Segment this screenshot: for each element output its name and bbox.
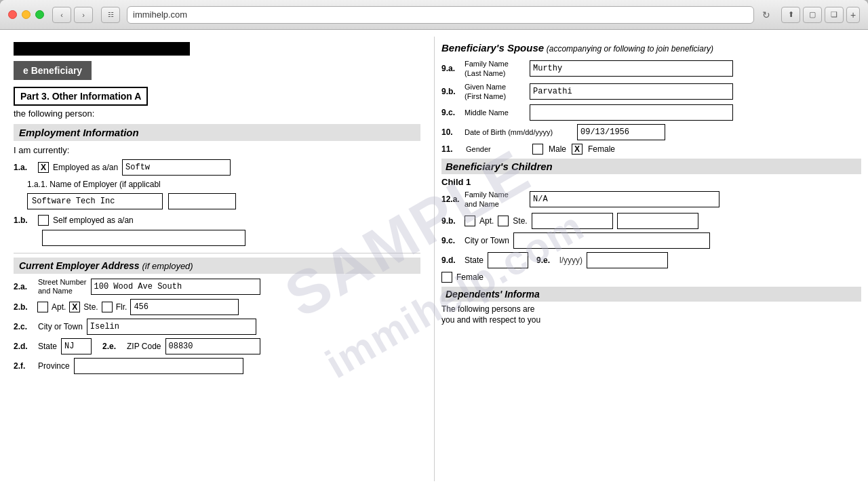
self-employed-input[interactable] [42, 230, 245, 246]
state-zip-row: 2.d. State 2.e. ZIP Code [14, 338, 420, 354]
title-bar: ‹ › ☷ immihelp.com ↻ ⬆ ▢ ❏ + [0, 0, 868, 30]
spouse-header: Beneficiary's Spouse [441, 42, 544, 54]
child-city-input[interactable] [513, 232, 710, 249]
child-family-name-input[interactable] [530, 191, 719, 207]
family-name-label: Family Name (Last Name) [465, 59, 526, 79]
child-ste-checkbox[interactable] [498, 216, 509, 226]
reader-button[interactable]: ☷ [101, 7, 120, 23]
child-city-row: 9.c. City or Town [441, 232, 861, 249]
row-9e-child-num: 9.e. [536, 256, 555, 265]
part-header: Part 3. Other Information A [14, 87, 148, 106]
employer-name-row: 1.a.1. Name of Employer (if applicabl [27, 180, 420, 189]
row-9b-num: 9.b. [441, 87, 460, 96]
child-apt-ste-row: 9.b. Apt. Ste. [441, 213, 861, 229]
gender-row: 11. Gender Male X Female [441, 144, 861, 155]
forward-button[interactable]: › [74, 7, 93, 23]
child-apt-input[interactable] [532, 213, 613, 229]
row-9c-child-num: 9.c. [441, 236, 460, 245]
row-2f-num: 2.f. [14, 361, 34, 371]
child-state-input[interactable] [488, 252, 528, 268]
middle-name-label: Middle Name [465, 108, 526, 117]
male-label: Male [549, 144, 566, 154]
row-2d-num: 2.d. [14, 342, 34, 351]
dependents-text2: you and with respect to you [441, 315, 861, 325]
share-button[interactable]: ⬆ [781, 7, 800, 23]
ste-label: Ste. [83, 302, 98, 312]
state-label: State [38, 342, 57, 351]
children-header: Beneficiary's Children [441, 159, 861, 174]
ste-checkbox[interactable]: X [69, 302, 80, 312]
employment-section-header: Employment Information [14, 124, 420, 141]
child-female-checkbox[interactable] [441, 272, 452, 283]
employer-extra-input[interactable] [168, 193, 236, 209]
employer-address-header: Current Employer Address (if employed) [14, 258, 420, 274]
child-apt-label: Apt. [479, 216, 494, 226]
row-9d-child-num: 9.d. [441, 256, 460, 265]
row-2b-num: 2.b. [14, 302, 34, 312]
family-name-input[interactable] [530, 60, 733, 77]
child-dob-label: l/yyyy) [559, 256, 583, 265]
zip-label: ZIP Code [127, 342, 161, 351]
row-1b-num: 1.b. [14, 216, 34, 225]
middle-name-input[interactable] [530, 104, 733, 121]
female-checkbox[interactable]: X [572, 144, 583, 155]
child-female-label: Female [456, 272, 484, 282]
employed-label: Employed as a/an [53, 163, 118, 172]
employed-type-input[interactable] [122, 159, 231, 176]
middle-name-row: 9.c. Middle Name [441, 104, 861, 121]
apt-checkbox[interactable] [37, 302, 48, 312]
female-label: Female [588, 144, 615, 154]
row-10-num: 10. [441, 127, 460, 137]
employer-name-input[interactable] [27, 193, 163, 209]
close-button[interactable] [8, 10, 17, 19]
dependents-header: Dependents' Informa [441, 287, 861, 302]
back-button[interactable]: ‹ [52, 7, 71, 23]
street-row: 2.a. Street Number and Name [14, 278, 420, 296]
given-name-input[interactable] [530, 83, 733, 100]
city-label: City or Town [38, 322, 83, 331]
maximize-button[interactable] [35, 10, 44, 19]
row-1a-num: 1.a. [14, 163, 34, 172]
accompanying-text: (accompanying or following to join benef… [547, 44, 713, 54]
child-state-label: State [465, 256, 484, 265]
currently-text: I am currently: [14, 145, 420, 155]
flr-label: Flr. [116, 302, 127, 312]
new-tab-button[interactable]: ❏ [825, 7, 844, 23]
street-input[interactable] [91, 279, 260, 295]
address-bar[interactable]: immihelp.com [127, 6, 754, 24]
given-name-row: 9.b. Given Name (First Name) [441, 82, 861, 102]
child-apt-checkbox[interactable] [465, 216, 475, 226]
add-button[interactable]: + [846, 7, 860, 23]
toolbar-right: ⬆ ▢ ❏ + [781, 7, 860, 23]
dob-input[interactable] [577, 124, 665, 140]
city-input[interactable] [87, 319, 256, 335]
row-2a-num: 2.a. [14, 282, 34, 291]
self-employed-label: Self employed as a/an [53, 216, 134, 225]
child-ste-input[interactable] [617, 213, 698, 229]
dependents-text1: The following persons are [441, 304, 861, 314]
zip-input[interactable] [165, 338, 260, 354]
row-9b-child-num: 9.b. [441, 216, 460, 226]
child-gender-row: Female [441, 272, 861, 283]
city-row: 2.c. City or Town [14, 319, 420, 335]
child-dob-input[interactable] [587, 252, 668, 268]
apt-number-input[interactable] [130, 299, 239, 315]
province-input[interactable] [74, 358, 243, 374]
flr-checkbox[interactable] [102, 302, 113, 312]
self-employed-checkbox[interactable] [38, 215, 49, 226]
url-text: immihelp.com [133, 9, 187, 20]
employed-checkbox[interactable]: X [38, 162, 49, 173]
family-name-row: 9.a. Family Name (Last Name) [441, 59, 861, 79]
apt-label: Apt. [52, 302, 66, 312]
row-9a-num: 9.a. [441, 64, 460, 73]
male-checkbox[interactable] [532, 144, 543, 155]
form-inner: e Beneficiary Part 3. Other Information … [0, 30, 868, 488]
employed-row: 1.a. X Employed as a/an [14, 159, 420, 176]
tabs-button[interactable]: ▢ [803, 7, 822, 23]
right-panel: Beneficiary's Spouse (accompanying or fo… [434, 37, 868, 481]
row-9c-num: 9.c. [441, 108, 460, 117]
minimize-button[interactable] [22, 10, 31, 19]
state-input[interactable] [61, 338, 92, 354]
reload-button[interactable]: ↻ [758, 7, 774, 23]
dob-row: 10. Date of Birth (mm/dd/yyyy) [441, 124, 861, 140]
